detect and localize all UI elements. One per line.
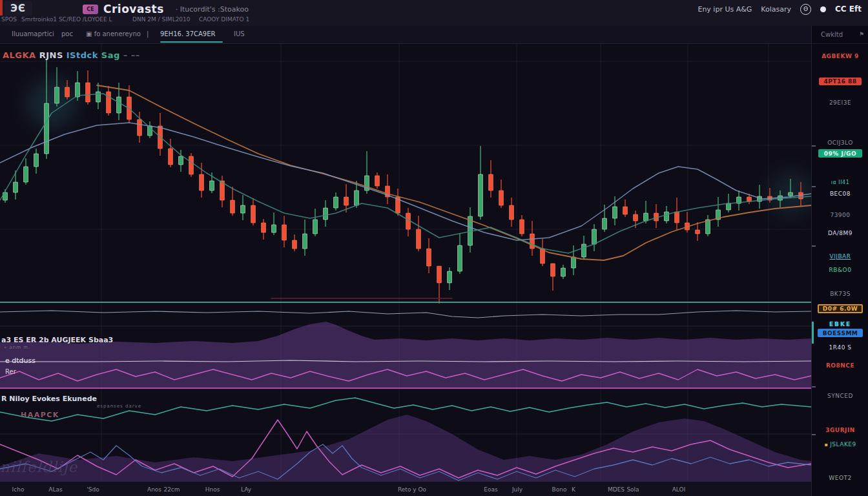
time-axis-label: Anos [147, 486, 161, 493]
oscillator-panel-title[interactable]: R Niloy Evokes Ekunede [1, 395, 97, 403]
brand-subtitle: · Itucordit's :Stoakoo [176, 5, 249, 14]
time-axis-label: 'Sdo [87, 486, 99, 493]
rsi-panel-title[interactable]: a3 ES ER 2b AUGJEEK Sbaa3 [1, 336, 113, 344]
time-axis-label: MDES [608, 486, 625, 493]
price-label-red-text: 3GURJIN [812, 427, 868, 433]
candles-layer [3, 59, 803, 304]
chart-toolbar[interactable]: Iluuamaprticipoc▣ fo anenereyno|9EH16. 3… [0, 26, 811, 44]
time-axis-label: ALOI [672, 486, 686, 493]
scale-tick [812, 434, 816, 435]
time-axis-label: Sola [626, 486, 639, 493]
trading-app-window: ЭЄ CE Criovasts · Itucordit's :Stoakoo E… [0, 0, 868, 496]
header-breadcrumb-row: SPOSSmrtroinko1 SC/REO /LOYOEE LDNN 2M /… [0, 16, 868, 25]
price-label-white: DA/8M9 [812, 230, 868, 236]
price-label-blue-badge: BOESSMM [812, 329, 868, 336]
breadcrumb-item[interactable]: SPOS [1, 16, 17, 23]
scale-tick [812, 386, 816, 388]
price-label-teal-boxed: EBKE [812, 321, 868, 327]
price-label-teal: ▪JSLAKE9 [812, 441, 868, 448]
price-label-red-badge: 4PT16 88 [812, 78, 868, 85]
status-dot-icon [820, 6, 826, 12]
price-label-gray: SYNCED [812, 393, 868, 399]
legend-part: – –– [123, 50, 140, 60]
scale-tick [812, 245, 816, 247]
brand-icon[interactable]: CE [83, 5, 98, 14]
toolbar-item[interactable]: | [147, 30, 149, 37]
top-header-bar: ЭЄ CE Criovasts · Itucordit's :Stoakoo E… [0, 0, 868, 26]
time-axis-label: 22cm [163, 486, 180, 493]
rsi-series2-label[interactable]: Rer [5, 368, 16, 375]
rsi-area [0, 322, 811, 388]
price-label-green: RB&O0 [812, 267, 868, 273]
chart-area[interactable] [0, 43, 811, 481]
legend-part: IStdck [67, 50, 98, 60]
price-label-white: BEC08 [812, 191, 868, 197]
active-tab-underline [160, 41, 223, 43]
price-label-orange-badge: D0# 6.0W [812, 305, 868, 312]
time-axis-label: Hnos [205, 486, 220, 493]
price-label-gray: OCIJ3LO [812, 140, 868, 146]
price-label-green-badge: 09% J/GO [812, 150, 868, 156]
toolbar-item[interactable]: Iluuamaprtici [12, 30, 54, 37]
oscillator-series-label[interactable]: HAAPCK [21, 411, 59, 419]
toolbar-item[interactable]: poc [61, 30, 73, 37]
price-label-white: 1R40 S [812, 344, 868, 351]
time-axis-label: K [572, 486, 575, 493]
legend-part: RJNS [39, 50, 63, 60]
price-label-gray: BK73S [812, 291, 868, 297]
sidebar-flag-icon[interactable]: ⚑ [859, 31, 864, 37]
price-scale-sidebar[interactable]: Cwkltd ⚑ AGBEKW 94PT16 8829EI3EOCIJ3LO09… [811, 26, 868, 496]
time-axis-label: ALas [48, 486, 62, 493]
toolbar-item[interactable]: IUS [234, 30, 245, 37]
rsi-panel-subtitle: « anm m. [4, 345, 30, 350]
price-label-teal-sm: ıα II41 [812, 180, 868, 185]
wavy-white [0, 311, 811, 318]
time-axis-label: Eoas [484, 486, 497, 493]
price-label-gray-green: WEOT2 [812, 475, 868, 481]
price-label-gray: 29EI3E [812, 99, 868, 106]
region-label[interactable]: Kolasary [761, 5, 791, 14]
time-axis-label: Icho [12, 486, 25, 493]
time-axis-label: LAy [241, 486, 251, 493]
plan-label[interactable]: Eny ipr Us A&G [698, 5, 752, 14]
time-axis-label: Reto y Oo [398, 486, 426, 493]
rsi-series-label[interactable]: e dtduss [5, 356, 36, 365]
app-logo[interactable]: ЭЄ [4, 1, 32, 16]
breadcrumb-item[interactable]: Smrtroinko1 SC/REO /LOYOEE L [21, 16, 112, 23]
account-button[interactable]: CC Eft [835, 5, 862, 14]
symbol-legend[interactable]: ALGKARJNSIStdckSag– –– [3, 50, 143, 60]
brand-title[interactable]: Criovasts [103, 3, 164, 16]
key-icon: ▪ [824, 442, 828, 448]
price-label-red-text: AGBEKW 9 [812, 53, 868, 59]
user-avatar-icon[interactable]: Θ [800, 4, 811, 15]
time-axis[interactable]: IchoALas'SdoAnos22cmHnosLAyReto y OoEoas… [0, 481, 811, 496]
legend-part: ALGKA [3, 50, 36, 60]
breadcrumb-item[interactable]: CAOOY DIMATO 1 [199, 16, 249, 23]
breadcrumb-item[interactable]: DNN 2M / SIML2010 [132, 16, 191, 23]
chart-watermark: nilfeldlije [0, 459, 78, 475]
price-label-teal-underline: VIJBAR [812, 253, 868, 260]
toolbar-item[interactable]: ▣ fo anenereyno [86, 30, 141, 37]
price-label-red-text: RO8NCE [812, 362, 868, 369]
legend-part: Sag [101, 50, 120, 60]
scale-tick [812, 186, 816, 187]
accent-strip [0, 0, 3, 16]
oscillator-panel-subtitle: espanses darve [97, 404, 141, 409]
tab-active[interactable]: 9EH16. 37CA9ER [160, 30, 215, 37]
time-axis-label: July [512, 486, 522, 493]
price-label-gray: 73900 [812, 212, 868, 218]
scale-tick [812, 145, 816, 147]
chart-canvas[interactable] [0, 43, 811, 481]
ma-blue [0, 123, 811, 240]
time-axis-label: Bono [552, 486, 567, 493]
